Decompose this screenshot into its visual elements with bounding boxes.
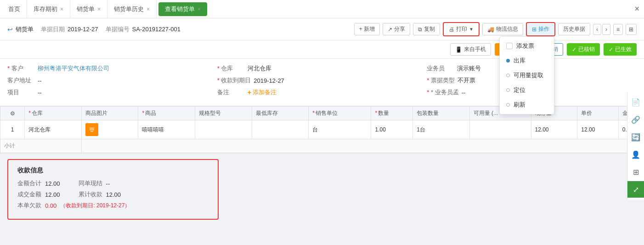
add-invoice-checkbox[interactable] [506, 43, 513, 49]
out-warehouse-dot [506, 59, 510, 63]
svg-rect-1 [90, 127, 94, 131]
arrears-value: 0.00 [45, 202, 56, 209]
salesperson-value: 演示账号 [457, 64, 481, 73]
col-settings[interactable]: ⚙ [0, 107, 25, 120]
logistics-button[interactable]: 🚚 物流信息 [482, 23, 523, 35]
tab-sales-order[interactable]: 销货单 × [70, 0, 107, 18]
view-grid-button[interactable]: ⊞ [626, 24, 637, 35]
copy-button[interactable]: ⧉ 复制 [413, 23, 440, 35]
due-date-value: 2019-12-27 [254, 77, 284, 84]
print-button[interactable]: 🖨 打印 ▼ [444, 23, 478, 35]
warehouse-field: 仓库 河北仓库 [217, 64, 427, 73]
subtotal-row: 小计 [0, 139, 644, 153]
sidebar-expand-btn[interactable]: ⤢ [627, 181, 644, 198]
mobile-icon: 📱 [455, 46, 462, 53]
tab-sales-order-close[interactable]: × [97, 6, 101, 12]
tab-sales-history-close[interactable]: × [147, 6, 150, 12]
page-container: 首页 库存期初 × 销货单 × 销货单历史 × 查看销货单 × × ↩ 销货单 … [0, 0, 644, 245]
product-image-icon [88, 125, 96, 134]
payment-row-3: 本单欠款 0.00 （收款到期日: 2019-12-27） [17, 201, 209, 210]
sidebar-person-btn[interactable]: 👤 [627, 146, 644, 163]
menu-refresh[interactable]: 刷新 [500, 97, 554, 112]
share-button[interactable]: ↗ 分享 [383, 23, 410, 35]
sidebar-rotate-btn[interactable]: 🔄 [627, 129, 644, 145]
current-arrears: 本单欠款 0.00 （收款到期日: 2019-12-27） [17, 201, 130, 210]
total-value: 12.00 [45, 180, 60, 187]
col-qty: *数量 [371, 107, 413, 120]
menu-add-invoice[interactable]: 添发票 [500, 39, 554, 53]
total-amount: 金额合计 12.00 [17, 179, 60, 188]
cell-stock: 12.00 [531, 120, 577, 139]
refresh-dot [506, 103, 510, 107]
effective-icon: ✓ [609, 46, 613, 53]
sold-button[interactable]: ✓ 已核销 [567, 43, 600, 56]
new-button[interactable]: + 新增 [354, 23, 380, 35]
sidebar-grid-btn[interactable]: ⊞ [627, 164, 644, 180]
col-min-stock: 最低库存 [252, 107, 309, 120]
sidebar-file-btn[interactable]: 📄 [627, 94, 644, 110]
sidebar-link-btn[interactable]: 🔗 [627, 111, 644, 128]
view-list-button[interactable]: ≡ [613, 24, 623, 35]
svg-rect-2 [90, 131, 93, 132]
project-field: 项目 -- [7, 88, 217, 97]
cell-pack-qty: 1台 [413, 120, 470, 139]
tab-sales-history[interactable]: 销货单历史 × [107, 0, 157, 18]
doc-date-value: 2019-12-27 [68, 26, 98, 33]
cell-sales-unit: 台 [309, 120, 371, 139]
payment-row-1: 金额合计 12.00 同单现结 -- [17, 179, 209, 188]
customer-field: 客户 柳州粤港平安气体有限公司 [7, 64, 217, 73]
menu-out-warehouse[interactable]: 出库 [500, 53, 554, 68]
col-product-img: 商品图片 [81, 107, 138, 120]
cell-min-stock [252, 120, 309, 139]
next-button[interactable]: › [602, 24, 610, 35]
logistics-icon: 🚚 [487, 26, 494, 33]
bottom-panel: 收款信息 金额合计 12.00 同单现结 -- 成交金额 12.00 累计收款 [0, 154, 644, 225]
doc-date-field: 单据日期 2019-12-27 [41, 25, 98, 34]
cell-available [469, 120, 531, 139]
tab-view-sales-close[interactable]: × [198, 6, 201, 12]
sidebar-right: 📄 🔗 🔄 👤 ⊞ ⤢ [627, 92, 644, 199]
sold-icon: ✓ [572, 46, 576, 53]
cumulative-collection: 累计收款 12.00 [79, 190, 121, 199]
same-order-value: -- [106, 180, 110, 187]
menu-locate[interactable]: 定位 [500, 83, 554, 97]
effective-button[interactable]: ✓ 已生效 [604, 43, 637, 56]
doc-title: ↩ 销货单 [7, 25, 34, 34]
due-date-field: 收款到期日 2019-12-27 [217, 76, 427, 85]
tab-bar-close[interactable]: × [634, 4, 639, 14]
same-order-settlement: 同单现结 -- [79, 179, 110, 188]
operations-button[interactable]: ⊞ 操作 [527, 23, 554, 35]
tab-inventory-start[interactable]: 库存期初 × [27, 0, 70, 18]
col-sales-unit: *销售单位 [309, 107, 371, 120]
notes-field: 备注 + 添加备注 [217, 88, 427, 97]
address-field: 客户地址 -- [7, 76, 217, 85]
transaction-value: 12.00 [45, 191, 60, 198]
prev-button[interactable]: ‹ [593, 24, 601, 35]
col-product: *商品 [138, 107, 195, 120]
cell-warehouse: 河北仓库 [25, 120, 82, 139]
mobile-button[interactable]: 📱 来自手机 [450, 43, 491, 56]
doc-number-value: SA-20191227-001 [132, 26, 181, 33]
doc-type-label: 销货单 [16, 25, 34, 34]
salesperson2-value: -- [462, 89, 466, 96]
customer-value[interactable]: 柳州粤港平安气体有限公司 [38, 64, 109, 73]
operations-menu: 添发票 出库 可用量提取 定位 [499, 36, 554, 114]
tab-inventory-start-close[interactable]: × [60, 6, 63, 12]
ticket-type-value: 不开票 [458, 76, 475, 85]
menu-available-qty[interactable]: 可用量提取 [500, 68, 554, 83]
payment-title: 收款信息 [17, 166, 209, 175]
add-note-button[interactable]: + 添加备注 [248, 88, 277, 97]
cell-product: 嘻嘻嘻嘻 [138, 120, 195, 139]
locate-dot [506, 88, 510, 92]
cell-qty: 1.00 [371, 120, 413, 139]
cell-unit-price: 12.00 [577, 120, 618, 139]
tab-view-sales[interactable]: 查看销货单 × [158, 2, 207, 16]
col-spec: 规格型号 [195, 107, 252, 120]
operations-highlighted-group: ⊞ 操作 添发票 出库 [526, 22, 555, 36]
project-value: -- [38, 89, 42, 96]
col-warehouse: *仓库 [25, 107, 82, 120]
history-button[interactable]: 历史单据 [558, 23, 590, 35]
tab-home[interactable]: 首页 [5, 0, 27, 18]
col-pack-qty: 包装数量 [413, 107, 470, 120]
product-image [85, 123, 98, 136]
